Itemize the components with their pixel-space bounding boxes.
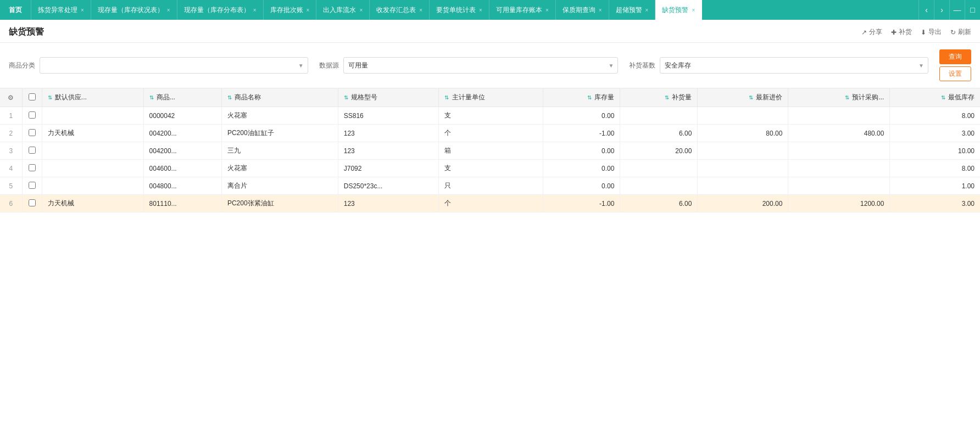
cell-unit: 只 [439, 177, 543, 195]
setting-button[interactable]: 设置 [939, 66, 971, 81]
tab-4[interactable]: 库存批次账 × [264, 0, 317, 20]
tab-7[interactable]: 要货单统计表 × [430, 0, 489, 20]
th-est-purchase[interactable]: ⇅ 预计采购... [788, 88, 890, 107]
gear-icon[interactable]: ⚙ [8, 94, 14, 102]
row-checkbox[interactable] [29, 164, 36, 171]
tab-8[interactable]: 可用量库存账本 × [489, 0, 556, 20]
replenish-select[interactable]: 安全库存 [660, 57, 928, 74]
close-icon[interactable]: × [167, 7, 170, 13]
cell-check[interactable] [22, 125, 42, 142]
th-supplier-label: 默认供应... [55, 93, 87, 101]
tab-home[interactable]: 首页 [0, 0, 31, 20]
cell-check[interactable] [22, 177, 42, 195]
close-icon[interactable]: × [419, 7, 422, 13]
cell-index: 3 [0, 142, 22, 160]
query-button[interactable]: 查询 [939, 49, 971, 64]
row-checkbox[interactable] [29, 182, 36, 189]
cell-stock: -1.00 [543, 125, 620, 142]
select-all-checkbox[interactable] [29, 93, 36, 100]
tab-10[interactable]: 超储预警 × [609, 0, 656, 20]
th-est-purchase-label: 预计采购... [852, 93, 884, 101]
cell-unit: 支 [439, 160, 543, 177]
cell-est-purchase [788, 177, 890, 195]
close-icon[interactable]: × [692, 7, 695, 13]
cell-code: 004200... [143, 142, 221, 160]
tab-label-2: 现存量（库存状况表） [98, 5, 164, 15]
th-latest-price[interactable]: ⇅ 最新进价 [698, 88, 788, 107]
cell-spec: DS250*23c... [338, 177, 439, 195]
tab-label-5: 出入库流水 [323, 5, 356, 15]
close-icon[interactable]: × [359, 7, 363, 13]
cell-check[interactable] [22, 107, 42, 125]
tab-3[interactable]: 现存量（库存分布表） × [177, 0, 264, 20]
cell-stock: 0.00 [543, 107, 620, 125]
datasource-select[interactable]: 可用量 [343, 57, 619, 74]
tab-11[interactable]: 缺货预警 × [655, 0, 702, 20]
tab-prev-btn[interactable]: ‹ [918, 0, 934, 20]
cell-supplier [42, 142, 143, 160]
tab-2[interactable]: 现存量（库存状况表） × [91, 0, 177, 20]
cell-name: 离合片 [221, 177, 338, 195]
close-icon[interactable]: × [307, 7, 310, 13]
tab-next-btn[interactable]: › [934, 0, 949, 20]
cell-est-purchase: 480.00 [788, 125, 890, 142]
th-stock-label: 库存量 [594, 93, 614, 101]
cell-index: 4 [0, 160, 22, 177]
share-button[interactable]: ↗ 分享 [861, 27, 882, 37]
cell-supplement: 6.00 [620, 195, 698, 212]
th-spec[interactable]: ⇅ 规格型号 [338, 88, 439, 107]
th-stock[interactable]: ⇅ 库存量 [543, 88, 620, 107]
datasource-label: 数据源 [319, 61, 339, 70]
tab-minimize-btn[interactable]: — [949, 0, 965, 20]
cell-code: 004200... [143, 125, 221, 142]
th-gear[interactable]: ⚙ [0, 88, 22, 107]
tab-label-1: 拣货异常处理 [38, 5, 77, 15]
close-icon[interactable]: × [545, 7, 549, 13]
close-icon[interactable]: × [479, 7, 482, 13]
main-content: 缺货预警 ↗ 分享 ✚ 补货 ⬇ 导出 ↻ 刷新 商品分类 [0, 20, 980, 437]
cell-index: 2 [0, 125, 22, 142]
th-supplier[interactable]: ⇅ 默认供应... [42, 88, 143, 107]
refresh-button[interactable]: ↻ 刷新 [950, 27, 971, 37]
cell-check[interactable] [22, 160, 42, 177]
tab-5[interactable]: 出入库流水 × [316, 0, 370, 20]
sort-icon: ⇅ [941, 94, 945, 100]
cell-latest-price [698, 177, 788, 195]
close-icon[interactable]: × [253, 7, 257, 13]
row-checkbox[interactable] [29, 147, 36, 154]
header-actions: ↗ 分享 ✚ 补货 ⬇ 导出 ↻ 刷新 [861, 27, 971, 37]
th-min-stock[interactable]: ⇅ 最低库存 [890, 88, 980, 107]
close-icon[interactable]: × [645, 7, 649, 13]
th-code[interactable]: ⇅ 商品... [143, 88, 221, 107]
filter-actions: 查询 设置 [939, 49, 971, 81]
cell-name: 三九 [221, 142, 338, 160]
row-checkbox[interactable] [29, 111, 36, 119]
row-checkbox[interactable] [29, 199, 36, 206]
tab-label-4: 库存批次账 [270, 5, 303, 15]
cell-stock: 0.00 [543, 160, 620, 177]
share-icon: ↗ [861, 29, 867, 36]
table-row: 2 力天机械 004200... PC200油缸缸子 123 个 -1.00 6… [0, 125, 980, 142]
th-name[interactable]: ⇅ 商品名称 [221, 88, 338, 107]
cell-check[interactable] [22, 142, 42, 160]
filter-bar: 商品分类 ▼ 数据源 可用量 ▼ 补货基数 安全库存 [0, 43, 980, 88]
tab-maximize-btn[interactable]: □ [965, 0, 980, 20]
tab-1[interactable]: 拣货异常处理 × [31, 0, 91, 20]
cell-index: 1 [0, 107, 22, 125]
close-icon[interactable]: × [599, 7, 602, 13]
supplement-button[interactable]: ✚ 补货 [891, 27, 912, 37]
th-unit[interactable]: ⇅ 主计量单位 [439, 88, 543, 107]
close-icon[interactable]: × [81, 7, 84, 13]
table-container: ⚙ ⇅ 默认供应... ⇅ 商品... ⇅ 商品名称 [0, 88, 980, 212]
tab-label-7: 要货单统计表 [436, 5, 476, 15]
tab-9[interactable]: 保质期查询 × [556, 0, 609, 20]
category-select[interactable] [40, 57, 308, 74]
row-checkbox[interactable] [29, 129, 36, 136]
th-supplement[interactable]: ⇅ 补货量 [620, 88, 698, 107]
th-check[interactable] [22, 88, 42, 107]
tab-6[interactable]: 收发存汇总表 × [370, 0, 430, 20]
cell-spec: 123 [338, 195, 439, 212]
export-button[interactable]: ⬇ 导出 [921, 27, 942, 37]
cell-check[interactable] [22, 195, 42, 212]
table-row: 6 力天机械 801110... PC200张紧油缸 123 个 -1.00 6… [0, 195, 980, 212]
